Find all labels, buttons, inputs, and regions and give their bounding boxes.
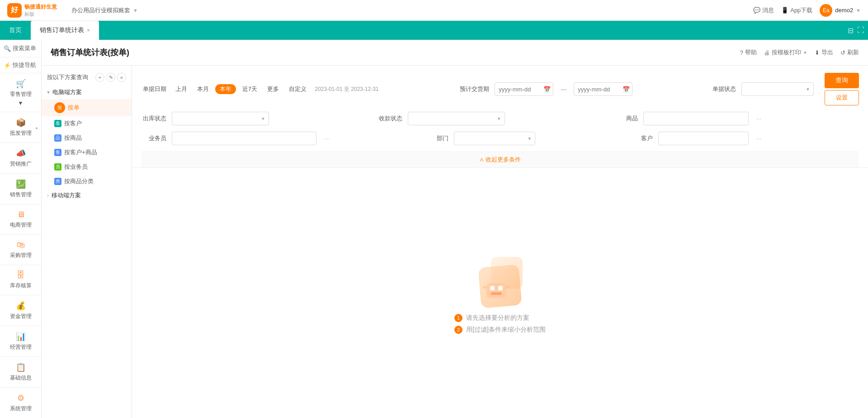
date-btn-this-year[interactable]: 本年: [215, 84, 236, 94]
sidebar-item-ecommerce-label: 电商管理: [10, 221, 32, 229]
search-icon: 🔍: [4, 45, 11, 52]
tab-bar-right: ⊟ ⛶: [848, 26, 868, 35]
nav-mobile-group[interactable]: › 移动端方案: [42, 189, 132, 202]
sidebar-item-operations-label: 经营管理: [10, 343, 32, 351]
salesperson-input[interactable]: [172, 132, 316, 145]
page-header: 销售订单统计表(按单) ? 帮助 🖨 按模板打印 ▼ ⬇ 导出 ↺ 刷新: [42, 40, 868, 66]
page-title: 销售订单统计表(按单): [51, 47, 129, 65]
svg-rect-2: [498, 286, 503, 290]
sidebar-item-wholesale-label: 批发管理: [10, 129, 32, 137]
tab-close-icon[interactable]: ×: [87, 27, 90, 33]
edit-scheme-btn[interactable]: ✎: [106, 73, 115, 82]
sidebar-item-wholesale[interactable]: 📦 批发管理: [0, 112, 41, 143]
svg-rect-4: [483, 286, 486, 289]
page-header-actions: ? 帮助 🖨 按模板打印 ▼ ⬇ 导出 ↺ 刷新: [740, 48, 859, 64]
sidebar-item-system-label: 系统管理: [10, 405, 32, 413]
app-selector[interactable]: 办公用品行业模拟账套 ▼: [71, 6, 748, 14]
tab-bar: 首页 销售订单统计表 × ⊟ ⛶: [0, 21, 868, 40]
date-range-text: 2023-01-01 至 2023-12-31: [315, 86, 378, 93]
nav-item-by-salesperson-icon: 员: [54, 163, 61, 171]
print-btn[interactable]: 🖨 按模板打印 ▼: [764, 48, 807, 57]
salesperson-dots-btn[interactable]: ···: [322, 135, 331, 142]
sidebar-item-finance[interactable]: 💰 资金管理: [0, 295, 41, 326]
tab-expand-icon[interactable]: ⛶: [857, 26, 864, 34]
nav-item-by-order-icon: 按: [54, 102, 65, 113]
nav-item-by-salesperson[interactable]: 员 按业务员: [42, 160, 132, 174]
tab-home[interactable]: 首页: [0, 21, 31, 40]
goods-dots-btn[interactable]: ···: [754, 115, 763, 122]
customer-input[interactable]: [658, 132, 749, 145]
add-scheme-btn[interactable]: +: [95, 73, 104, 82]
logo-area: 好 畅捷通好生意 标版: [7, 3, 57, 18]
date-btn-more[interactable]: 更多: [264, 84, 283, 95]
expected-date-start-input[interactable]: [495, 82, 553, 96]
empty-tips: 1 请先选择要分析的方案 2 用[过滤]条件来缩小分析范围: [454, 314, 546, 334]
ship-status-select[interactable]: [172, 112, 269, 125]
inventory-icon: 🗄: [17, 271, 25, 280]
nav-item-by-order-label: 按单: [68, 104, 80, 112]
system-icon: ⚙: [17, 393, 24, 403]
nav-item-by-customer[interactable]: 客 按客户: [42, 116, 132, 131]
ship-status-select-wrap: [172, 112, 269, 125]
nav-mobile-group-label: 移动端方案: [52, 191, 81, 200]
sidebar-search[interactable]: 🔍 搜索菜单: [0, 40, 41, 57]
nav-pc-group[interactable]: ▾ 电脑端方案: [42, 86, 132, 99]
print-arrow-icon: ▼: [803, 50, 807, 55]
sidebar-item-operations[interactable]: 📊 经营管理: [0, 326, 41, 357]
sidebar-item-finance-label: 资金管理: [10, 313, 32, 320]
expected-date-end-input[interactable]: [574, 82, 632, 96]
date-btn-7days[interactable]: 近7天: [239, 84, 261, 95]
date-btn-this-month[interactable]: 本月: [193, 84, 212, 95]
refresh-btn[interactable]: ↺ 刷新: [840, 48, 859, 57]
tip-num-1: 1: [454, 314, 462, 322]
sidebar-item-inventory[interactable]: 🗄 库存核算: [0, 265, 41, 295]
app-download-label: App下载: [790, 6, 812, 14]
tab-sales-stats[interactable]: 销售订单统计表 ×: [31, 21, 99, 40]
settings-button[interactable]: 设置: [825, 90, 859, 105]
query-button[interactable]: 查询: [825, 73, 859, 88]
goods-input[interactable]: [643, 112, 749, 125]
date-separator: —: [559, 86, 568, 93]
empty-area: 1 请先选择要分析的方案 2 用[过滤]条件来缩小分析范围: [132, 168, 868, 418]
sidebar-item-retail[interactable]: 🛒 零售管理: [0, 73, 41, 112]
customer-dots-btn[interactable]: ···: [754, 135, 763, 142]
sidebar-item-purchase[interactable]: 🛍 采购管理: [0, 235, 41, 265]
sidebar-item-marketing[interactable]: 📣 营销推广: [0, 143, 41, 174]
empty-icon: [473, 252, 527, 307]
status-select[interactable]: [741, 82, 814, 96]
nav-item-by-category[interactable]: 类 按商品分类: [42, 174, 132, 189]
ship-status-label: 出库状态: [141, 114, 166, 123]
customer-label: 客户: [627, 134, 653, 142]
sidebar-item-system[interactable]: ⚙ 系统管理: [0, 388, 41, 418]
date-btn-last-month[interactable]: 上月: [172, 84, 191, 95]
date-btn-custom[interactable]: 自定义: [285, 84, 310, 95]
help-icon: ?: [740, 49, 743, 56]
sidebar-item-ecommerce[interactable]: 🖥 电商管理: [0, 204, 41, 235]
collapse-bar[interactable]: ∧ 收起更多条件: [141, 152, 859, 167]
sidebar-item-basic[interactable]: 📋 基础信息: [0, 357, 41, 388]
user-menu[interactable]: Ea demo2 ▼: [820, 4, 861, 17]
message-btn[interactable]: 💬 消息: [753, 6, 774, 14]
svg-rect-3: [491, 292, 502, 295]
empty-tip-1-text: 请先选择要分析的方案: [466, 314, 529, 322]
help-btn[interactable]: ? 帮助: [740, 48, 757, 57]
nav-item-by-goods[interactable]: 品 按商品: [42, 131, 132, 145]
top-bar: 好 畅捷通好生意 标版 办公用品行业模拟账套 ▼ 💬 消息 📱 App下载 Ea…: [0, 0, 868, 21]
sidebar-quicknav[interactable]: ⚡ 快捷导航: [0, 57, 41, 73]
app-download-btn[interactable]: 📱 App下载: [781, 6, 812, 14]
export-btn[interactable]: ⬇ 导出: [815, 48, 833, 57]
logo-text: 畅捷通好生意: [24, 3, 57, 11]
nav-item-by-cust-goods[interactable]: 客 按客户+商品: [42, 145, 132, 160]
department-select[interactable]: [454, 132, 535, 145]
nav-item-by-cust-goods-label: 按客户+商品: [64, 148, 97, 157]
payment-status-select[interactable]: [408, 112, 505, 125]
content-right: 单据日期 上月 本月 本年 近7天 更多 自定义 2023-01-01 至 20…: [132, 66, 868, 418]
expected-date-end-wrap: 📅: [574, 82, 632, 96]
collapse-label: ∧ 收起更多条件: [479, 156, 521, 164]
collapse-nav-btn[interactable]: «: [117, 73, 126, 82]
sidebar-item-sales[interactable]: 💹 销售管理: [0, 174, 41, 204]
left-nav-header: 按以下方案查询 + ✎ «: [42, 71, 132, 86]
nav-item-by-order[interactable]: 按 按单: [42, 99, 132, 116]
tab-minimize-icon[interactable]: ⊟: [848, 26, 854, 35]
payment-status-select-wrap: [408, 112, 505, 125]
